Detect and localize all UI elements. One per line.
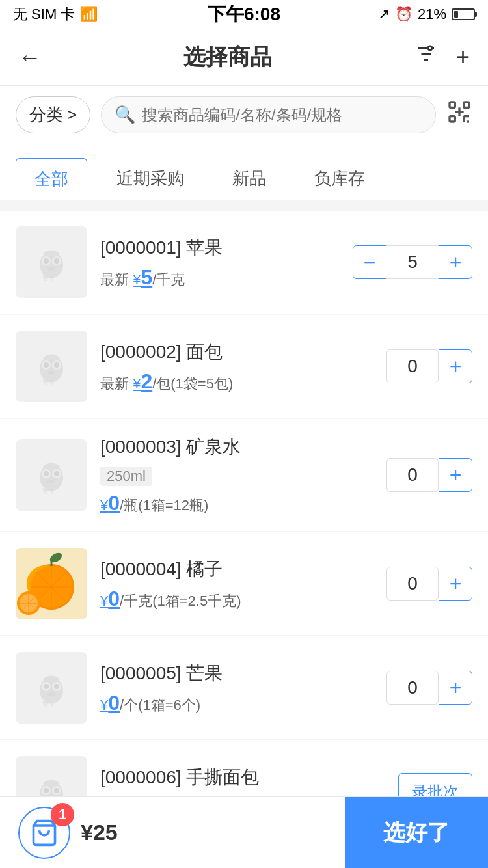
svg-text:智十: 智十 (42, 487, 55, 495)
price-value: 0 (108, 587, 120, 610)
cart-section: 1 ¥25 (0, 807, 345, 859)
tab-new[interactable]: 新品 (213, 157, 285, 200)
alarm-icon: ⏰ (395, 6, 413, 23)
category-label: 分类 (29, 103, 63, 126)
back-button[interactable]: ← (18, 44, 42, 71)
svg-rect-4 (450, 102, 455, 107)
scan-icon[interactable] (446, 99, 472, 131)
confirm-button[interactable]: 选好了 (345, 797, 488, 869)
quantity-decrease-button[interactable]: − (353, 245, 386, 279)
svg-point-52 (44, 684, 49, 689)
svg-point-30 (54, 471, 59, 476)
price-per: ¥ (133, 271, 141, 288)
nav-bar: ← 选择商品 + (0, 29, 488, 86)
product-item: 智十 [0000005] 芒果 ¥0/个(1箱=6个) + (0, 636, 488, 739)
quantity-increase-button[interactable]: + (439, 458, 472, 492)
page-title: 选择商品 (183, 42, 272, 72)
product-info: [0000004] 橘子 ¥0/千克(1箱=2.5千克) (100, 557, 373, 611)
quantity-input[interactable] (386, 458, 439, 492)
product-price: 最新 ¥2/包(1袋=5包) (100, 370, 373, 394)
product-price: 最新 ¥5/千克 (100, 265, 340, 290)
price-label: 最新 (100, 271, 133, 288)
quantity-control: + (386, 567, 472, 601)
svg-point-23 (54, 362, 59, 368)
svg-rect-6 (450, 116, 455, 122)
owl-logo: 智十 (31, 454, 72, 496)
price-unit: /个(1箱=6个) (120, 697, 200, 713)
svg-point-24 (47, 371, 55, 375)
add-icon[interactable]: + (456, 44, 470, 71)
svg-point-17 (47, 267, 55, 271)
tab-all[interactable]: 全部 (16, 158, 87, 200)
quantity-control: + (386, 671, 472, 705)
nav-actions: + (414, 42, 470, 72)
product-item: [0000004] 橘子 ¥0/千克(1箱=2.5千克) + (0, 532, 488, 635)
product-name: [0000006] 手撕面包 (100, 765, 385, 790)
svg-point-59 (44, 788, 49, 793)
product-thumbnail: 智十 (16, 226, 87, 298)
product-price: ¥0/个(1箱=6个) (100, 691, 373, 715)
wifi-icon: 📶 (80, 6, 98, 23)
svg-point-60 (54, 788, 59, 793)
svg-point-15 (44, 258, 49, 264)
cart-badge: 1 (51, 803, 74, 826)
product-spec: 250ml (100, 467, 152, 486)
price-value: 0 (108, 691, 120, 714)
price-value: 5 (141, 265, 152, 289)
quantity-input[interactable] (386, 245, 439, 279)
cart-total: ¥25 (81, 820, 118, 845)
product-info: [0000003] 矿泉水 250ml ¥0/瓶(1箱=12瓶) (100, 435, 373, 515)
price-value: 2 (141, 370, 152, 393)
product-item: 智十 [0000003] 矿泉水 250ml ¥0/瓶(1箱=12瓶) + (0, 419, 488, 531)
bottom-bar: 1 ¥25 选好了 (0, 796, 488, 868)
product-list: 智十 [0000001] 苹果 最新 ¥5/千克 − + (0, 211, 488, 868)
product-name: [0000001] 苹果 (100, 236, 340, 260)
price-value: 0 (108, 491, 120, 515)
divider (0, 200, 488, 211)
svg-point-22 (44, 362, 49, 368)
price-unit: /千克 (152, 271, 185, 288)
category-button[interactable]: 分类 > (16, 96, 90, 133)
search-bar: 分类 > 🔍 (0, 86, 488, 144)
product-thumbnail: 智十 (16, 331, 87, 402)
quantity-control: + (386, 458, 472, 492)
svg-point-19 (40, 356, 63, 382)
product-name: [0000004] 橘子 (100, 557, 373, 582)
svg-text:智十: 智十 (42, 275, 55, 282)
price-symbol: ¥ (100, 697, 108, 713)
owl-logo: 智十 (31, 346, 72, 387)
price-unit: /千克(1箱=2.5千克) (120, 593, 241, 609)
quantity-increase-button[interactable]: + (439, 567, 472, 601)
carrier-label: 无 SIM 卡 (13, 5, 75, 24)
price-label: 最新 (100, 375, 133, 392)
quantity-increase-button[interactable]: + (439, 671, 472, 705)
tab-negative[interactable]: 负库存 (295, 157, 384, 200)
quantity-increase-button[interactable]: + (439, 245, 472, 279)
svg-rect-5 (464, 102, 469, 107)
product-name: [0000005] 芒果 (100, 661, 373, 686)
filter-icon[interactable] (414, 42, 438, 72)
owl-logo: 智十 (31, 667, 72, 709)
search-input[interactable] (142, 106, 422, 124)
product-thumbnail: 智十 (16, 652, 87, 724)
cart-button[interactable]: 1 (18, 807, 70, 859)
quantity-input[interactable] (386, 567, 439, 601)
quantity-input[interactable] (386, 671, 439, 705)
product-info: [0000005] 芒果 ¥0/个(1箱=6个) (100, 661, 373, 715)
status-left: 无 SIM 卡 📶 (13, 5, 98, 24)
tabs-bar: 全部 近期采购 新品 负库存 (0, 144, 488, 200)
tab-recent[interactable]: 近期采购 (98, 157, 203, 200)
price-unit: /瓶(1箱=12瓶) (120, 497, 208, 513)
product-item: 智十 [0000002] 面包 最新 ¥2/包(1袋=5包) + (0, 315, 488, 418)
svg-point-49 (40, 677, 63, 703)
quantity-input[interactable] (386, 349, 439, 383)
status-right: ↗ ⏰ 21% (378, 6, 475, 23)
price-symbol: ¥ (100, 497, 108, 513)
quantity-increase-button[interactable]: + (439, 349, 472, 383)
battery-icon (452, 8, 475, 20)
product-item: 智十 [0000001] 苹果 最新 ¥5/千克 − + (0, 211, 488, 314)
category-arrow-icon: > (67, 105, 77, 125)
product-thumbnail: 智十 (16, 439, 87, 511)
svg-point-29 (44, 471, 49, 476)
svg-point-12 (40, 252, 63, 278)
